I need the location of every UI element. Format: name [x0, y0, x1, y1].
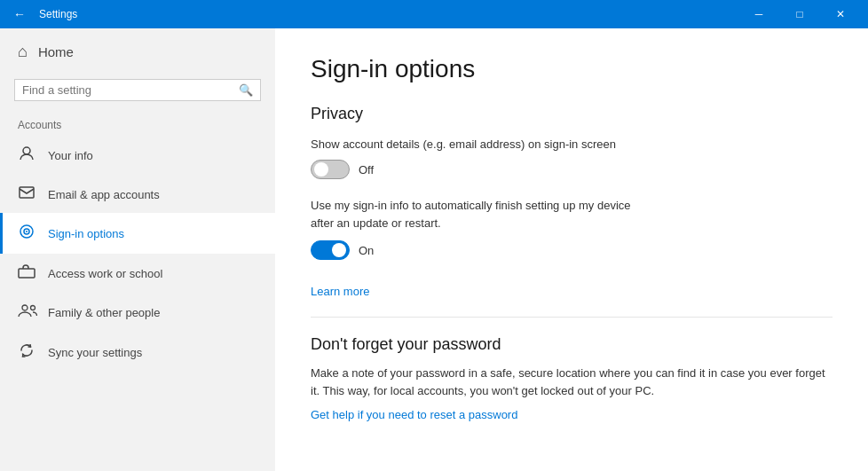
section-divider	[311, 317, 832, 318]
svg-point-4	[26, 231, 28, 232]
svg-rect-1	[20, 187, 34, 198]
svg-point-6	[22, 305, 28, 310]
search-input[interactable]	[22, 83, 239, 97]
toggle2-knob	[332, 243, 346, 257]
toggle1-control-row: Off	[311, 160, 832, 179]
sign-in-icon	[18, 224, 36, 243]
work-icon	[18, 264, 36, 282]
titlebar: ← Settings ─ □ ✕	[0, 0, 868, 28]
search-icon: 🔍	[239, 83, 253, 97]
sign-in-options-label: Sign-in options	[48, 227, 124, 240]
your-info-label: Your info	[48, 149, 93, 162]
toggle2-desc: Use my sign-in info to automatically fin…	[311, 197, 832, 232]
minimize-button[interactable]: ─	[738, 0, 779, 28]
password-section-title: Don't forget your password	[311, 335, 832, 354]
search-box[interactable]: 🔍	[14, 79, 261, 101]
sidebar-item-your-info[interactable]: Your info	[0, 135, 275, 176]
back-button[interactable]: ←	[7, 2, 32, 27]
sidebar-item-home[interactable]: ⌂ Home	[0, 28, 275, 75]
family-other-people-label: Family & other people	[48, 306, 160, 319]
toggle1-row: Show account details (e.g. email address…	[311, 137, 832, 179]
password-desc: Make a note of your password in a safe, …	[311, 365, 832, 399]
learn-more-link[interactable]: Learn more	[311, 285, 369, 298]
sidebar-item-sync-settings[interactable]: Sync your settings	[0, 332, 275, 373]
maximize-button[interactable]: □	[779, 0, 820, 28]
svg-point-0	[23, 147, 30, 154]
toggle1-label: Off	[359, 163, 374, 177]
sidebar-section-label: Accounts	[0, 112, 275, 135]
sidebar-item-family-other-people[interactable]: Family & other people	[0, 293, 275, 332]
your-info-icon	[18, 145, 36, 165]
sidebar-item-access-work-school[interactable]: Access work or school	[0, 254, 275, 293]
email-icon	[18, 186, 36, 202]
svg-point-7	[31, 306, 36, 310]
toggle1-switch[interactable]	[311, 160, 350, 179]
sidebar-item-email-app-accounts[interactable]: Email & app accounts	[0, 176, 275, 213]
app-body: ⌂ Home 🔍 Accounts Your info	[0, 28, 868, 471]
email-app-accounts-label: Email & app accounts	[48, 188, 160, 201]
toggle2-row: Use my sign-in info to automatically fin…	[311, 197, 832, 260]
sidebar: ⌂ Home 🔍 Accounts Your info	[0, 28, 275, 471]
page-title: Sign-in options	[311, 55, 832, 83]
toggle2-switch[interactable]	[311, 240, 350, 260]
sidebar-home-label: Home	[38, 44, 74, 59]
toggle1-desc: Show account details (e.g. email address…	[311, 137, 832, 151]
window-controls: ─ □ ✕	[738, 0, 861, 28]
reset-password-link[interactable]: Get help if you need to reset a password	[311, 408, 517, 421]
access-work-school-label: Access work or school	[48, 267, 162, 280]
home-icon: ⌂	[18, 43, 28, 61]
toggle1-knob	[314, 162, 328, 177]
sync-icon	[18, 342, 36, 362]
sync-settings-label: Sync your settings	[48, 346, 142, 359]
svg-rect-5	[19, 269, 35, 278]
close-button[interactable]: ✕	[820, 0, 861, 28]
titlebar-title: Settings	[39, 8, 738, 20]
toggle2-label: On	[359, 244, 374, 257]
toggle2-control-row: On	[311, 240, 832, 260]
family-icon	[18, 303, 36, 321]
privacy-section-title: Privacy	[311, 105, 832, 123]
sidebar-item-sign-in-options[interactable]: Sign-in options	[0, 213, 275, 254]
content-area: Sign-in options Privacy Show account det…	[275, 28, 868, 471]
